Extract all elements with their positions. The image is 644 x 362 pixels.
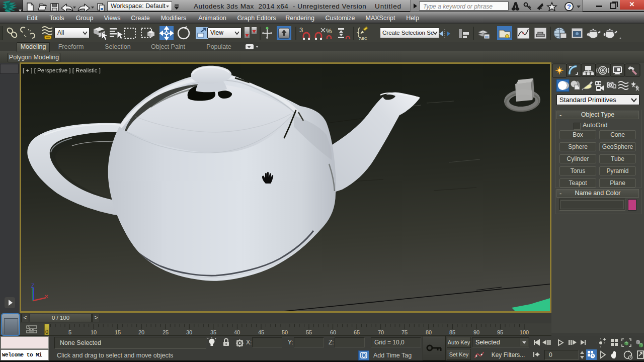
svg-text:3: 3 [299,26,303,34]
svg-text:Z: Z [31,283,34,289]
svg-text:%: % [326,27,332,35]
svg-text:?: ? [567,3,571,11]
svg-text:ABC: ABC [359,36,367,41]
svg-text:[ + ] [ Perspective ] [ Realis: [ + ] [ Perspective ] [ Realistic ] [23,67,101,73]
